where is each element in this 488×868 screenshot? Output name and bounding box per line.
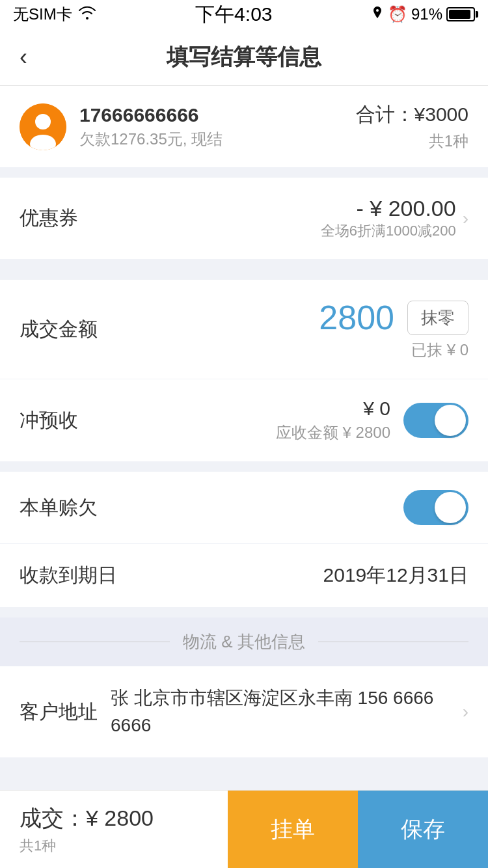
customer-right: 合计：¥3000 共1种 — [356, 102, 468, 152]
prepayment-right: ¥ 0 应收金额 ¥ 2800 — [276, 398, 468, 443]
deal-amount-row: 成交金额 2800 抹零 已抹 ¥ 0 — [0, 280, 488, 379]
coupon-amount: - ¥ 200.00 — [321, 196, 456, 221]
deal-amount-label: 成交金额 — [20, 316, 98, 343]
battery-fill — [449, 10, 470, 19]
deal-amount-value: 2800 — [319, 298, 394, 337]
section-divider-2 — [0, 461, 488, 472]
status-left: 无SIM卡 — [13, 4, 97, 25]
bottom-bar: 成交：¥ 2800 共1种 挂单 保存 — [0, 790, 488, 868]
section-divider-3 — [0, 607, 488, 617]
due-date-value: 2019年12月31日 — [323, 562, 468, 589]
hang-order-button[interactable]: 挂单 — [228, 791, 358, 869]
chevron-right-icon: › — [463, 208, 468, 229]
debt-toggle-knob — [435, 492, 466, 523]
status-right: ⏰ 91% — [371, 5, 475, 23]
customer-total: 合计：¥3000 — [356, 102, 468, 128]
nav-bar: ‹ 填写结算等信息 — [0, 29, 488, 86]
prepayment-sub: 应收金额 ¥ 2800 — [276, 422, 390, 443]
customer-debt: 欠款1276.35元, 现结 — [79, 129, 223, 150]
prepayment-row: 冲预收 ¥ 0 应收金额 ¥ 2800 — [0, 379, 488, 461]
logistics-label-text: 物流 & 其他信息 — [183, 631, 305, 653]
battery-icon — [446, 7, 475, 21]
status-time: 下午4:03 — [195, 1, 272, 28]
debt-order-row: 本单赊欠 — [0, 472, 488, 544]
avatar — [20, 103, 66, 150]
amount-row-right: 2800 抹零 — [319, 298, 468, 337]
page-title: 填写结算等信息 — [59, 42, 429, 72]
form-section-1: 成交金额 2800 抹零 已抹 ¥ 0 冲预收 ¥ 0 应收金额 ¥ 2800 — [0, 280, 488, 461]
toggle-knob — [435, 405, 466, 436]
round-zero-button[interactable]: 抹零 — [407, 301, 468, 335]
bottom-info: 成交：¥ 2800 共1种 — [0, 804, 228, 856]
wifi-icon — [77, 5, 97, 23]
save-button[interactable]: 保存 — [358, 791, 488, 869]
address-label: 客户地址 — [20, 699, 98, 726]
bottom-count: 共1种 — [20, 836, 208, 856]
customer-phone: 17666666666 — [79, 104, 223, 126]
coupon-desc: 全场6折满1000减200 — [321, 221, 456, 241]
alarm-icon: ⏰ — [388, 5, 407, 23]
svg-point-2 — [35, 114, 51, 129]
coupon-row[interactable]: 优惠券 - ¥ 200.00 全场6折满1000减200 › — [0, 178, 488, 259]
prepayment-toggle[interactable] — [403, 403, 468, 438]
coupon-label: 优惠券 — [20, 205, 78, 232]
status-bar: 无SIM卡 下午4:03 ⏰ 91% — [0, 0, 488, 29]
back-button[interactable]: ‹ — [20, 44, 59, 71]
logistics-section-label: 物流 & 其他信息 — [0, 617, 488, 666]
svg-point-0 — [376, 9, 379, 12]
bottom-amount-value: ¥ 2800 — [86, 806, 154, 830]
section-divider-1 — [0, 269, 488, 280]
customer-count: 共1种 — [356, 131, 468, 152]
customer-card: 17666666666 欠款1276.35元, 现结 合计：¥3000 共1种 — [0, 86, 488, 167]
prepayment-label: 冲预收 — [20, 407, 78, 434]
deal-amount-sub: 已抹 ¥ 0 — [319, 340, 468, 360]
due-date-label: 收款到期日 — [20, 562, 117, 589]
customer-info: 17666666666 欠款1276.35元, 现结 — [79, 104, 223, 150]
form-section-2: 本单赊欠 收款到期日 2019年12月31日 — [0, 472, 488, 607]
due-date-row: 收款到期日 2019年12月31日 — [0, 544, 488, 607]
debt-order-toggle[interactable] — [403, 490, 468, 525]
content: 17666666666 欠款1276.35元, 现结 合计：¥3000 共1种 … — [0, 86, 488, 868]
bottom-amount-label: 成交： — [20, 806, 86, 830]
sim-icon: 无SIM卡 — [13, 4, 72, 25]
deal-amount-right: 2800 抹零 已抹 ¥ 0 — [319, 298, 468, 360]
coupon-right: - ¥ 200.00 全场6折满1000减200 › — [321, 196, 468, 241]
address-row[interactable]: 客户地址 张 北京市市辖区海淀区永丰南 156 6666 6666 › — [0, 666, 488, 757]
prepayment-value: ¥ 0 — [276, 398, 390, 420]
customer-left: 17666666666 欠款1276.35元, 现结 — [20, 103, 223, 150]
battery-percent: 91% — [411, 5, 442, 23]
bottom-amount: 成交：¥ 2800 — [20, 804, 208, 834]
debt-order-label: 本单赊欠 — [20, 495, 98, 521]
location-icon — [371, 5, 384, 23]
address-chevron-icon: › — [463, 701, 468, 722]
address-value: 张 北京市市辖区海淀区永丰南 156 6666 6666 — [98, 685, 463, 739]
